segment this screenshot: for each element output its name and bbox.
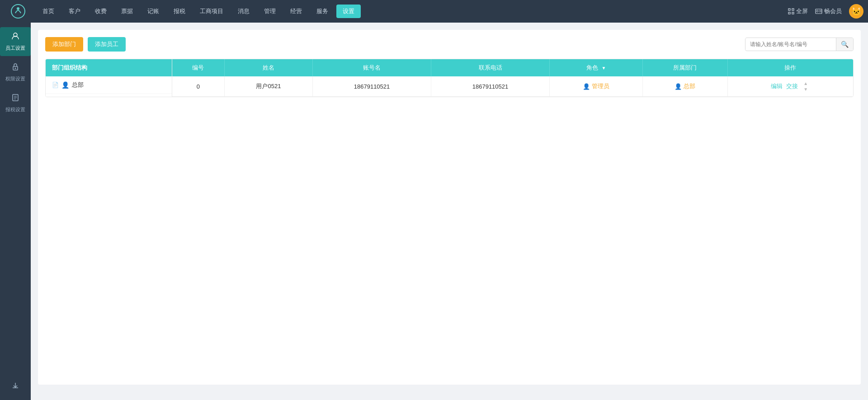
cell-dept: 👤 总部 <box>643 76 727 97</box>
emp-table: 编号 姓名 账号名 联系电话 角色 ▼ 所属部门 操作 <box>172 59 853 97</box>
nav-manage[interactable]: 管理 <box>258 5 282 18</box>
nav-right: 全屏 畅会员 🐱 <box>788 4 863 19</box>
member-label: 畅会员 <box>824 7 842 15</box>
nav-tax[interactable]: 报税 <box>167 5 192 18</box>
fullscreen-label: 全屏 <box>796 7 808 15</box>
main-content: 添加部门 添加员工 🔍 部门组织结构 📄 👤 总部 <box>31 23 868 400</box>
search-box: 🔍 <box>745 38 854 51</box>
sidebar-perm-label: 权限设置 <box>5 75 25 82</box>
app-logo <box>5 4 32 19</box>
nav-invoice[interactable]: 票据 <box>115 5 139 18</box>
member-button[interactable]: 畅会员 <box>815 7 842 15</box>
svg-point-0 <box>11 5 25 18</box>
add-dept-button[interactable]: 添加部门 <box>45 37 83 52</box>
nav-biz[interactable]: 工商项目 <box>193 5 230 18</box>
top-navigation: 首页 客户 收费 票据 记账 报税 工商项目 消息 管理 经营 服务 设置 全屏 <box>0 0 868 23</box>
fullscreen-button[interactable]: 全屏 <box>788 7 808 15</box>
col-account: 账号名 <box>313 59 431 76</box>
search-button[interactable]: 🔍 <box>836 38 853 51</box>
col-ops: 操作 <box>727 59 853 76</box>
nav-operation[interactable]: 经营 <box>284 5 308 18</box>
svg-rect-5 <box>792 12 794 14</box>
dept-tree: 部门组织结构 📄 👤 总部 <box>46 59 172 97</box>
dept-item-label: 总部 <box>72 81 84 89</box>
transfer-link[interactable]: 交接 <box>786 82 798 90</box>
employee-table: 编号 姓名 账号名 联系电话 角色 ▼ 所属部门 操作 <box>172 59 853 97</box>
cell-id: 0 <box>172 76 224 97</box>
download-icon <box>11 381 20 391</box>
sidebar-item-tax-settings[interactable]: 报税设置 <box>0 89 31 118</box>
toolbar: 添加部门 添加员工 🔍 <box>45 37 854 52</box>
tax-settings-icon <box>11 93 20 104</box>
dept-tree-header: 部门组织结构 <box>46 59 172 76</box>
dept-tree-item-general[interactable]: 📄 👤 总部 <box>46 76 172 94</box>
nav-fee[interactable]: 收费 <box>89 5 113 18</box>
nav-accounting[interactable]: 记账 <box>141 5 165 18</box>
svg-rect-4 <box>788 12 790 14</box>
svg-rect-2 <box>788 9 790 10</box>
main-area: 部门组织结构 📄 👤 总部 编号 姓名 账号名 <box>45 59 854 97</box>
cell-ops: 编辑 交接 ▲ ▼ <box>727 76 853 97</box>
add-emp-button[interactable]: 添加员工 <box>88 37 126 52</box>
employee-icon <box>11 32 20 43</box>
nav-settings[interactable]: 设置 <box>336 5 361 18</box>
lock-icon <box>11 62 20 74</box>
sidebar: 员工设置 权限设置 报税设置 <box>0 23 31 400</box>
cell-role: 👤 管理员 <box>550 76 643 97</box>
search-icon: 🔍 <box>841 41 849 48</box>
sidebar-emp-label: 员工设置 <box>5 45 25 52</box>
sidebar-tax-label: 报税设置 <box>5 106 25 113</box>
nav-home[interactable]: 首页 <box>36 5 61 18</box>
col-dept: 所属部门 <box>643 59 727 76</box>
scroll-arrows[interactable]: ▲ ▼ <box>802 81 810 92</box>
nav-items: 首页 客户 收费 票据 记账 报税 工商项目 消息 管理 经营 服务 设置 <box>36 5 788 18</box>
avatar[interactable]: 🐱 <box>849 4 863 19</box>
dept-user-icon: 👤 <box>675 83 682 90</box>
col-id: 编号 <box>172 59 224 76</box>
nav-message[interactable]: 消息 <box>231 5 256 18</box>
sidebar-bottom <box>0 376 31 395</box>
content-card: 添加部门 添加员工 🔍 部门组织结构 📄 👤 总部 <box>38 30 861 385</box>
role-filter-icon[interactable]: ▼ <box>601 66 606 71</box>
col-phone: 联系电话 <box>431 59 550 76</box>
sidebar-item-permission[interactable]: 权限设置 <box>0 58 31 87</box>
file-icon: 📄 <box>52 82 59 88</box>
cell-name: 用户0521 <box>224 76 312 97</box>
search-input[interactable] <box>745 38 836 50</box>
nav-customer[interactable]: 客户 <box>62 5 87 18</box>
user-icon: 👤 <box>61 81 69 89</box>
cell-phone: 18679110521 <box>431 76 550 97</box>
nav-service[interactable]: 服务 <box>310 5 335 18</box>
svg-rect-3 <box>792 9 794 10</box>
svg-point-7 <box>816 10 818 12</box>
svg-point-12 <box>15 68 16 69</box>
col-role: 角色 ▼ <box>550 59 643 76</box>
svg-point-1 <box>17 7 19 10</box>
cell-account: 18679110521 <box>313 76 431 97</box>
layout: 员工设置 权限设置 报税设置 <box>0 23 868 400</box>
sidebar-download[interactable] <box>0 376 31 395</box>
table-row: 0 用户0521 18679110521 18679110521 👤 管理员 👤… <box>172 76 853 97</box>
edit-link[interactable]: 编辑 <box>771 82 783 90</box>
role-user-icon: 👤 <box>583 83 590 90</box>
col-name: 姓名 <box>224 59 312 76</box>
sidebar-item-employee[interactable]: 员工设置 <box>0 27 31 56</box>
